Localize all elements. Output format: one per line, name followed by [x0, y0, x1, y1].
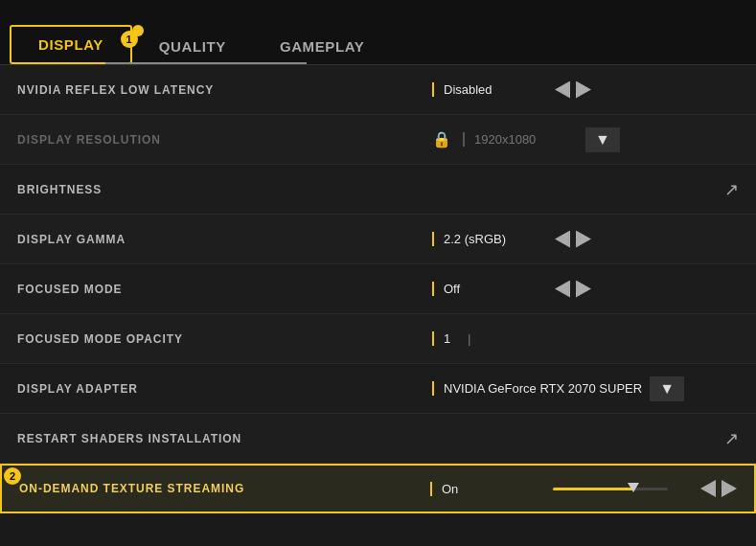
brightness-control: ↗︎	[432, 179, 739, 200]
setting-row-brightness: BRIGHTNESS ↗︎	[0, 165, 756, 215]
nvidia-reflex-label: NVIDIA REFLEX LOW LATENCY	[17, 83, 214, 97]
display-resolution-label: DISPLAY RESOLUTION	[17, 133, 161, 147]
tab-gameplay[interactable]: Gameplay	[253, 29, 391, 64]
focused-mode-arrow-right[interactable]	[576, 281, 591, 298]
setting-row-display-gamma: DISPLAY GAMMA 2.2 (sRGB)	[0, 215, 756, 264]
on-demand-texture-control: On	[430, 480, 737, 497]
on-demand-texture-value: On	[430, 482, 545, 496]
nvidia-reflex-arrow-left[interactable]	[555, 81, 570, 99]
nvidia-reflex-arrows	[555, 81, 591, 99]
focused-mode-value: Off	[432, 282, 547, 296]
display-resolution-value: 1920x1080	[463, 132, 578, 147]
settings-list: NVIDIA REFLEX LOW LATENCY Disabled DISPL…	[0, 65, 756, 546]
on-demand-texture-label: ON-DEMAND TEXTURE STREAMING	[19, 482, 244, 495]
setting-row-display-adapter: DISPLAY ADAPTER NVIDIA GeForce RTX 2070 …	[0, 364, 756, 414]
display-gamma-arrow-left[interactable]	[555, 231, 570, 248]
focused-mode-arrows	[555, 281, 591, 298]
tab-display-label: Display	[38, 36, 103, 53]
focused-mode-opacity-control: 1 |	[432, 331, 739, 346]
focused-mode-control: Off	[432, 281, 739, 298]
focused-mode-opacity-value: 1	[432, 331, 450, 346]
on-demand-texture-badge: 2	[4, 467, 21, 485]
display-adapter-label: DISPLAY ADAPTER	[17, 382, 138, 396]
on-demand-texture-slider-thumb[interactable]	[628, 483, 639, 492]
tabs-bar: Display 1 Quality Gameplay	[0, 0, 756, 65]
focused-mode-label: FOCUSED MODE	[17, 283, 123, 296]
on-demand-texture-arrow-left[interactable]	[700, 480, 716, 497]
nvidia-reflex-arrow-right[interactable]	[576, 81, 591, 99]
nvidia-reflex-control: Disabled	[432, 81, 739, 99]
app-container: Display 1 Quality Gameplay NVIDIA REFLEX…	[0, 0, 756, 546]
tab-quality-label: Quality	[159, 38, 226, 55]
brightness-external-icon[interactable]: ↗︎	[724, 179, 739, 200]
on-demand-texture-arrow-right[interactable]	[722, 480, 737, 497]
gameplay-underline	[196, 62, 307, 64]
restart-shaders-label: RESTART SHADERS INSTALLATION	[17, 432, 241, 445]
on-demand-texture-arrows	[700, 480, 737, 497]
setting-row-focused-mode: FOCUSED MODE Off	[0, 264, 756, 314]
focused-mode-opacity-tick: |	[468, 332, 470, 346]
brightness-label: BRIGHTNESS	[17, 183, 102, 196]
on-demand-texture-slider-fill	[553, 488, 633, 490]
display-resolution-dropdown[interactable]: ▼	[585, 127, 620, 152]
setting-row-display-resolution: DISPLAY RESOLUTION 🔒 1920x1080 ▼	[0, 115, 756, 165]
setting-row-nvidia-reflex: NVIDIA REFLEX LOW LATENCY Disabled	[0, 65, 756, 115]
on-demand-texture-wrapper: 2 ON-DEMAND TEXTURE STREAMING On	[0, 464, 756, 513]
focused-mode-arrow-left[interactable]	[555, 281, 570, 298]
tab-gameplay-label: Gameplay	[280, 38, 364, 55]
tab-display[interactable]: Display 1	[10, 25, 132, 64]
display-gamma-arrow-right[interactable]	[576, 231, 591, 248]
setting-row-focused-mode-opacity: FOCUSED MODE OPACITY 1 |	[0, 314, 756, 364]
lock-icon: 🔒	[432, 130, 451, 148]
display-gamma-control: 2.2 (sRGB)	[432, 231, 739, 248]
focused-mode-opacity-label: FOCUSED MODE OPACITY	[17, 332, 183, 346]
nvidia-reflex-value: Disabled	[432, 82, 547, 97]
display-adapter-dropdown[interactable]: ▼	[650, 376, 684, 401]
display-adapter-control: NVIDIA GeForce RTX 2070 SUPER ▼	[432, 376, 739, 401]
restart-shaders-external-icon[interactable]: ↗︎	[724, 428, 739, 449]
display-adapter-value: NVIDIA GeForce RTX 2070 SUPER	[432, 381, 642, 396]
tab-display-badge: 1	[121, 31, 138, 48]
setting-row-on-demand-texture: ON-DEMAND TEXTURE STREAMING On	[0, 464, 756, 513]
restart-shaders-control: ↗︎	[432, 428, 739, 449]
display-resolution-control: 🔒 1920x1080 ▼	[432, 127, 739, 152]
on-demand-texture-slider-container	[553, 488, 693, 490]
tab-quality[interactable]: Quality	[132, 29, 253, 64]
setting-row-restart-shaders: RESTART SHADERS INSTALLATION ↗︎	[0, 414, 756, 464]
on-demand-texture-slider-track[interactable]	[553, 488, 668, 490]
display-gamma-arrows	[555, 231, 591, 248]
quality-underline	[105, 62, 196, 64]
display-gamma-value: 2.2 (sRGB)	[432, 232, 547, 246]
display-gamma-label: DISPLAY GAMMA	[17, 233, 126, 246]
